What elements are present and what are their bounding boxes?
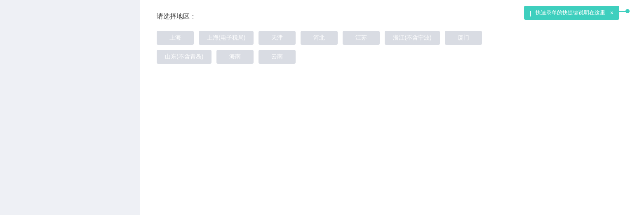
region-btn-hebei[interactable]: 河北: [301, 31, 338, 45]
tooltip-dot: [625, 9, 630, 13]
region-btn-tianjin[interactable]: 天津: [259, 31, 296, 45]
tooltip-text: 快速录单的快捷键说明在这里: [536, 9, 605, 16]
tooltip-banner: 快速录单的快捷键说明在这里 ×: [524, 6, 619, 20]
region-btn-hainan[interactable]: 海南: [216, 50, 254, 64]
region-row-1: 上海 上海(电子税局) 天津 河北 江苏 浙江(不含宁波) 厦门: [157, 31, 628, 45]
region-btn-shanghai[interactable]: 上海: [157, 31, 194, 45]
region-btn-zhejiang[interactable]: 浙江(不含宁波): [385, 31, 440, 45]
region-btn-shandong[interactable]: 山东(不含青岛): [157, 50, 212, 64]
sidebar: [0, 0, 140, 215]
main-content: 请选择地区： 上海 上海(电子税局) 天津 河北 江苏 浙江(不含宁波) 厦门 …: [140, 0, 644, 215]
region-row-2: 山东(不含青岛) 海南 云南: [157, 50, 628, 64]
tooltip-close-button[interactable]: ×: [610, 9, 613, 16]
region-btn-xiamen[interactable]: 厦门: [445, 31, 482, 45]
region-btn-shanghai-etax[interactable]: 上海(电子税局): [199, 31, 254, 45]
region-btn-jiangsu[interactable]: 江苏: [343, 31, 380, 45]
region-btn-yunnan[interactable]: 云南: [259, 50, 296, 64]
